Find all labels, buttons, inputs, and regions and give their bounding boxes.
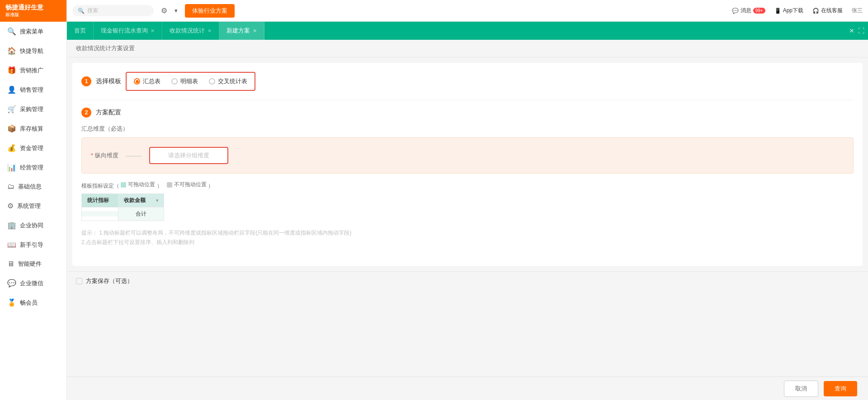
col1-chevron-icon: ▾: [156, 198, 158, 203]
radio-cross[interactable]: 交叉统计表: [209, 77, 247, 85]
radio-cross-circle: [209, 78, 215, 85]
sidebar-item-quick-nav[interactable]: 🏠 快捷导航: [0, 41, 66, 61]
hint-line-1: 提示： 1.拖动标题栏可以调整布局，不可跨维度或指标区域拖动栏目字段(只能在同一…: [81, 228, 854, 238]
radio-detail-circle: [171, 78, 178, 85]
fixed-dot: [167, 182, 172, 188]
indicator-table: 统计指标 收款金额 ▾: [81, 193, 164, 221]
plan-settings-card: 1 选择模板 汇总表 明细表 交叉统计表: [72, 63, 863, 266]
content-area: 收款情况统计方案设置 1 选择模板 汇总表 明细表: [67, 40, 868, 400]
topbar: 🔍 搜索 ⚙ ▾ 体验行业方案 💬 消息 99+ 📱 App下载 🎧 在线客服 …: [67, 0, 868, 22]
home-icon: 🏠: [7, 47, 16, 55]
chart-icon: 📊: [7, 163, 16, 172]
sidebar-item-enterprise[interactable]: 🏢 企业协同: [0, 216, 66, 235]
required-mark: *: [91, 152, 93, 159]
app-download-button[interactable]: 📱 App下载: [774, 7, 803, 14]
sidebar-item-basics[interactable]: 🗂 基础信息: [0, 177, 66, 196]
save-checkbox[interactable]: [76, 278, 82, 284]
hint-line-2: 2.点击标题栏下拉可设置排序、插入列和删除列: [81, 238, 854, 248]
save-section: 方案保存（可选）: [67, 271, 868, 291]
footer-bar: 取消 查询: [67, 376, 868, 400]
radio-detail[interactable]: 明细表: [171, 77, 198, 85]
search-menu-icon: 🔍: [7, 27, 16, 36]
username-display: 张三: [852, 7, 863, 14]
hint-section: 提示： 1.拖动标题栏可以调整布局，不可跨维度或指标区域拖动栏目字段(只能在同一…: [81, 228, 854, 248]
gift-icon: 🎁: [7, 66, 16, 75]
step2-number: 2: [81, 108, 91, 118]
radio-summary-circle: [134, 78, 140, 85]
sidebar-item-search-menu[interactable]: 🔍 搜索菜单: [0, 22, 66, 41]
section-divider: [81, 100, 854, 100]
industry-plan-button[interactable]: 体验行业方案: [185, 4, 235, 18]
indicator-header-row: 统计指标 收款金额 ▾: [82, 193, 164, 207]
indicator-settings-label: 模板指标设定（ 可拖动位置 ） 不可拖动位置 ）: [81, 181, 854, 190]
search-box[interactable]: 🔍 搜索: [72, 5, 154, 16]
sidebar-item-hardware[interactable]: 🖥 智能硬件: [0, 254, 66, 273]
legend-fixed: 不可拖动位置: [167, 181, 207, 188]
tab-maximize-icon[interactable]: ⛶: [858, 27, 864, 34]
sidebar-item-system[interactable]: ⚙ 系统管理: [0, 196, 66, 216]
save-label: 方案保存（可选）: [86, 277, 133, 285]
tab-close-all-icon[interactable]: ✕: [849, 27, 854, 34]
step2-title: 方案配置: [96, 108, 121, 117]
indicator-header-stat: 统计指标: [82, 193, 118, 207]
folder-icon: 🗂: [7, 183, 14, 191]
tab-home[interactable]: 首页: [67, 22, 94, 40]
sidebar-item-sales[interactable]: 👤 销售管理: [0, 80, 66, 99]
dimension-select-box[interactable]: 请选择分组维度: [149, 147, 228, 164]
template-radio-group: 汇总表 明细表 交叉统计表: [126, 72, 255, 91]
user-icon: 👤: [7, 85, 16, 94]
message-badge: 99+: [753, 8, 765, 14]
sidebar-item-guide[interactable]: 📖 新手引导: [0, 235, 66, 254]
sidebar-item-inventory[interactable]: 📦 库存核算: [0, 119, 66, 138]
chat-icon: 💬: [7, 279, 16, 287]
sidebar-item-finance[interactable]: 💰 资金管理: [0, 138, 66, 158]
step1-title: 选择模板: [96, 77, 121, 85]
settings-gear-icon[interactable]: ⚙: [161, 6, 167, 15]
sidebar-item-purchase[interactable]: 🛒 采购管理: [0, 99, 66, 119]
step2-header: 2 方案配置: [81, 108, 854, 118]
dimension-row: * 纵向维度 —— 请选择分组维度: [91, 147, 844, 164]
indicator-settings-text: 模板指标设定（ 可拖动位置 ） 不可拖动位置 ）: [81, 181, 213, 190]
message-icon: 💬: [732, 8, 739, 14]
indicator-body-row: 合计: [82, 207, 164, 221]
radio-summary[interactable]: 汇总表: [134, 77, 160, 85]
summary-dim-title: 汇总维度（必选）: [81, 125, 854, 133]
download-icon: 📱: [774, 8, 781, 14]
dimension-area: * 纵向维度 —— 请选择分组维度: [81, 137, 854, 174]
tabbar: 首页 现金银行流水查询 ✕ 收款情况统计 ✕ 新建方案 ✕ ✕ ⛶: [67, 22, 868, 40]
topbar-dropdown-icon[interactable]: ▾: [175, 7, 178, 14]
sidebar-item-operations[interactable]: 📊 经营管理: [0, 158, 66, 177]
sidebar-item-marketing[interactable]: 🎁 营销推广: [0, 61, 66, 80]
topbar-right: 💬 消息 99+ 📱 App下载 🎧 在线客服 张三: [732, 7, 863, 14]
query-button[interactable]: 查询: [824, 381, 857, 396]
online-service-button[interactable]: 🎧 在线客服: [812, 7, 843, 14]
search-icon: 🔍: [78, 8, 85, 14]
logo-text: 畅捷通好生意 标准版: [5, 4, 43, 18]
legend-draggable: 可拖动位置: [121, 181, 155, 188]
cancel-button[interactable]: 取消: [784, 381, 818, 397]
book-icon: 📖: [7, 240, 16, 249]
sidebar: 畅捷通好生意 标准版 🔍 搜索菜单 🏠 快捷导航 🎁 营销推广 👤 销售管理 🛒…: [0, 0, 67, 400]
indicator-header-col1[interactable]: 收款金额 ▾: [118, 193, 164, 207]
tab-new-plan[interactable]: 新建方案 ✕: [219, 22, 264, 40]
step1-number: 1: [81, 76, 91, 86]
step2-section: 2 方案配置 汇总维度（必选） * 纵向维度 —— 请选择分组维度: [81, 108, 854, 248]
tab-new-plan-close-icon[interactable]: ✕: [253, 28, 257, 34]
page-title: 收款情况统计方案设置: [67, 40, 868, 57]
tabbar-actions: ✕ ⛶: [845, 22, 868, 40]
message-button[interactable]: 💬 消息 99+: [732, 7, 765, 14]
sidebar-logo: 畅捷通好生意 标准版: [0, 0, 66, 22]
tab-cash-bank[interactable]: 现金银行流水查询 ✕: [94, 22, 162, 40]
service-icon: 🎧: [812, 8, 819, 14]
sidebar-item-member[interactable]: 🏅 畅会员: [0, 293, 66, 312]
indicator-body-col1: 合计: [118, 207, 164, 221]
tab-receipt-stat-close-icon[interactable]: ✕: [208, 28, 212, 34]
sidebar-item-wechat[interactable]: 💬 企业微信: [0, 273, 66, 293]
indicator-table-wrap: 统计指标 收款金额 ▾: [81, 193, 854, 221]
tab-cash-bank-close-icon[interactable]: ✕: [151, 28, 155, 34]
draggable-dot: [121, 182, 126, 188]
building-icon: 🏢: [7, 221, 16, 230]
step1-section: 1 选择模板 汇总表 明细表 交叉统计表: [81, 72, 854, 91]
vertical-dim-label: * 纵向维度: [91, 151, 118, 160]
tab-receipt-stat[interactable]: 收款情况统计 ✕: [162, 22, 219, 40]
